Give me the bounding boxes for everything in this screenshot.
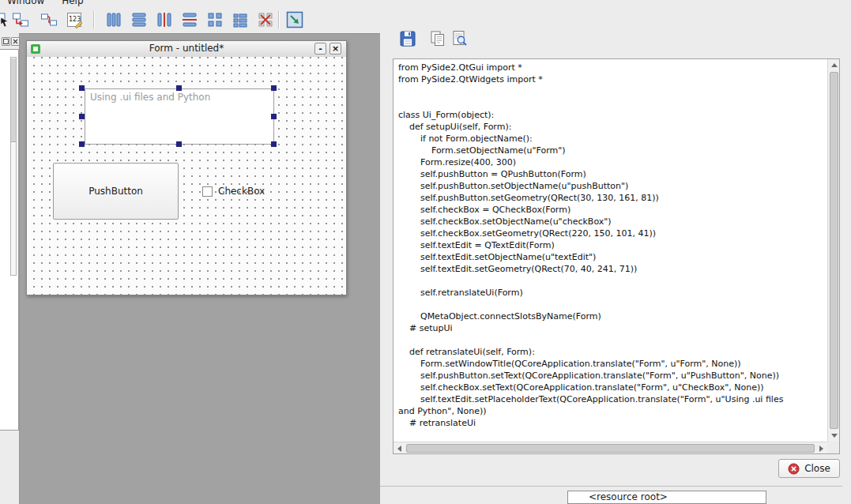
form-titlebar[interactable]: Form - untitled* - × [27, 41, 346, 58]
code-line: self.pushButton = QPushButton(Form) [398, 168, 827, 180]
lay-out-vertically-in-splitter-icon [181, 11, 198, 28]
selection-handle-top-left[interactable] [79, 85, 85, 91]
code-line: if not Form.objectName(): [398, 133, 827, 145]
code-view[interactable]: from PySide2.QtGui import *from PySide2.… [393, 59, 827, 442]
code-line: self.textEdit.setObjectName(u"textEdit") [398, 251, 827, 263]
textedit-widget[interactable]: Using .ui files and Python [85, 88, 274, 145]
scrollbar-thumb[interactable] [11, 58, 16, 142]
selection-handle-bottom-right[interactable] [271, 141, 277, 147]
lay-out-horizontally-in-splitter-button[interactable] [155, 10, 174, 29]
code-line: # retranslateUi [398, 417, 827, 429]
code-line: from PySide2.QtWidgets import * [398, 73, 827, 85]
vertical-scrollbar[interactable] [827, 59, 839, 442]
code-line: self.pushButton.setGeometry(QRect(30, 13… [398, 192, 827, 204]
lay-out-horizontally-icon [105, 11, 122, 28]
code-line [398, 85, 827, 97]
edit-tab-order-button[interactable]: 123 [65, 10, 84, 29]
checkbox-indicator[interactable] [202, 186, 213, 197]
code-line: def setupUi(self, Form): [398, 121, 827, 133]
toolbar-separator [278, 11, 280, 28]
horizontal-scrollbar[interactable] [393, 442, 827, 453]
scroll-left-button[interactable] [393, 442, 405, 454]
form-editor-window[interactable]: Form - untitled* - × Using .ui files and… [26, 40, 347, 295]
checkbox-label: CheckBox [218, 186, 265, 197]
resource-root-item[interactable]: <resource root> [567, 491, 766, 504]
widget-box-dock [0, 33, 20, 504]
code-line: self.checkBox.setGeometry(QRect(220, 150… [398, 228, 827, 239]
scroll-down-button[interactable] [828, 430, 840, 442]
widget-box-scrollbar[interactable] [10, 57, 17, 276]
save-icon [398, 29, 417, 48]
adjust-size-icon [285, 10, 304, 29]
menu-help[interactable]: Help [55, 0, 90, 6]
down-arrow-icon [831, 434, 838, 438]
pushbutton-widget[interactable]: PushButton [53, 163, 179, 220]
mdi-area: Form - untitled* - × Using .ui files and… [20, 33, 380, 504]
edit-signals-slots-icon [12, 11, 29, 28]
code-line [398, 97, 827, 109]
close-window-button[interactable]: × [329, 43, 341, 55]
lay-out-in-a-form-layout-icon [232, 11, 249, 28]
menu-window[interactable]: Window [0, 0, 51, 6]
code-line [398, 299, 827, 310]
scrollbar-corner [827, 442, 839, 453]
code-line: self.retranslateUi(Form) [398, 287, 827, 299]
close-button[interactable]: Close [778, 459, 840, 478]
lay-out-horizontally-button[interactable] [104, 10, 123, 29]
code-line: from PySide2.QtGui import * [398, 62, 827, 73]
copy-icon [428, 29, 447, 48]
save-button[interactable] [397, 28, 418, 49]
edit-widgets-icon [0, 11, 11, 28]
break-layout-button[interactable] [256, 10, 275, 29]
checkbox-widget[interactable]: CheckBox [202, 185, 265, 197]
lay-out-horizontally-in-splitter-icon [156, 11, 173, 28]
edit-tab-order-icon: 123 [66, 11, 83, 28]
copy-button[interactable] [427, 28, 448, 49]
selection-handle-mid-left[interactable] [79, 114, 85, 119]
selection-handle-top-center[interactable] [176, 85, 182, 91]
selection-handle-top-right[interactable] [271, 85, 277, 91]
selection-handle-mid-right[interactable] [271, 114, 277, 119]
right-arrow-icon [819, 446, 823, 452]
minimize-button[interactable]: - [314, 43, 326, 55]
find-button[interactable] [450, 28, 470, 49]
code-line: Form.setWindowTitle(QCoreApplication.tra… [398, 358, 827, 370]
left-arrow-icon [397, 446, 401, 452]
edit-signals-slots-button[interactable] [11, 10, 30, 29]
code-line: Form.setObjectName(u"Form") [398, 145, 827, 156]
code-box: from PySide2.QtGui import *from PySide2.… [393, 58, 840, 454]
dock-close-button[interactable] [11, 37, 20, 46]
code-line: self.checkBox = QCheckBox(Form) [398, 204, 827, 216]
lay-out-in-a-form-layout-button[interactable] [231, 10, 250, 29]
scroll-right-button[interactable] [815, 442, 827, 454]
qt-designer-window: Window Help [0, 0, 851, 504]
code-line: self.pushButton.setObjectName(u"pushButt… [398, 180, 827, 192]
close-button-label: Close [804, 463, 830, 474]
lay-out-in-a-grid-button[interactable] [205, 10, 224, 29]
code-line: self.textEdit.setGeometry(QRect(70, 40, … [398, 263, 827, 275]
code-line: self.textEdit.setPlaceholderText(QCoreAp… [398, 393, 827, 405]
edit-buddies-icon [40, 11, 58, 28]
code-line: self.textEdit = QTextEdit(Form) [398, 239, 827, 251]
scrollbar-thumb[interactable] [830, 72, 838, 429]
adjust-size-button[interactable] [285, 10, 304, 29]
code-line: # setupUi [398, 322, 827, 334]
code-line: self.checkBox.setText(QCoreApplication.t… [398, 382, 827, 393]
edit-buddies-button[interactable] [40, 10, 58, 29]
form-canvas[interactable]: Using .ui files and Python PushButton Ch… [27, 57, 346, 295]
break-layout-icon [257, 11, 274, 28]
lay-out-vertically-icon [130, 11, 148, 28]
svg-text:123: 123 [69, 16, 81, 23]
scroll-up-button[interactable] [828, 59, 840, 71]
textedit-placeholder: Using .ui files and Python [90, 92, 269, 103]
code-line: QMetaObject.connectSlotsByName(Form) [398, 310, 827, 322]
dock-float-button[interactable] [2, 37, 10, 46]
find-icon [450, 29, 469, 48]
selection-handle-bottom-left[interactable] [79, 141, 85, 147]
selection-handle-bottom-center[interactable] [176, 141, 182, 147]
lay-out-vertically-button[interactable] [130, 10, 149, 29]
scrollbar-thumb[interactable] [406, 444, 815, 453]
code-line: self.pushButton.setText(QCoreApplication… [398, 370, 827, 382]
edit-widgets-button[interactable] [0, 10, 12, 29]
lay-out-vertically-in-splitter-button[interactable] [180, 10, 199, 29]
